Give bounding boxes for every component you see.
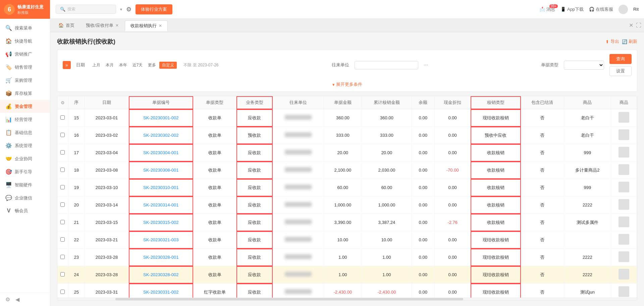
date-custom-btn[interactable]: 自定义 (159, 62, 177, 69)
tab-prepay[interactable]: 预收/应收付单 ✕ (80, 20, 124, 31)
refresh-btn[interactable]: 🔄 刷新 (622, 39, 637, 45)
sidebar-item-sales[interactable]: 🏷️ 销售管理 (0, 61, 50, 74)
topbar-gear-icon[interactable]: ⚙ (126, 6, 131, 13)
expand-arrow-btn[interactable]: » (63, 61, 71, 69)
sidebar-item-marketing[interactable]: 📢 营销推广 (0, 48, 50, 61)
sidebar-label-system: 系统管理 (15, 143, 32, 149)
sidebar-item-purchase[interactable]: 🛒 采购管理 (0, 74, 50, 87)
sidebar-label-operations: 经营管理 (15, 117, 32, 123)
expand-icon[interactable]: » (63, 61, 71, 69)
doc-type-select[interactable] (564, 61, 604, 70)
td-balance: 0.00 (412, 162, 435, 179)
date-btn-this-month[interactable]: 本月 (104, 62, 116, 69)
doc-no-link[interactable]: SK-20230331-002 (143, 290, 179, 295)
doc-no-link[interactable]: SK-20230302-002 (143, 133, 179, 138)
td-checkbox[interactable] (57, 266, 68, 284)
table-settings-icon[interactable]: ⚙ (61, 100, 65, 105)
tab-receipt-close[interactable]: ✕ (159, 23, 162, 28)
td-checkbox[interactable] (57, 144, 68, 162)
query-btn[interactable]: 查询 (609, 54, 632, 64)
th-doc-type: 单据类型 (193, 96, 236, 109)
topbar: 🔍 搜索 ▾ ⚙ 体验行业方案 📩 消息 99+ 📱 App下载 🎧 在线客服 … (50, 0, 644, 19)
td-cash-discount: 0.00 (434, 196, 471, 214)
messages-btn[interactable]: 📩 消息 99+ (540, 6, 555, 12)
td-date: 2023-03-28 (85, 266, 128, 284)
sidebar-item-basics[interactable]: 📋 基础信息 (0, 126, 50, 139)
sidebar-item-wechat[interactable]: 💬 企业微信 (0, 191, 50, 204)
doc-no-link[interactable]: SK-20230304-001 (143, 150, 179, 155)
sidebar-item-operations[interactable]: 📊 经营管理 (0, 113, 50, 126)
doc-no-link[interactable]: SK-20230328-002 (143, 272, 179, 277)
expand-chevron-icon: ▾ (332, 82, 335, 87)
td-cash-discount: 0.00 (434, 266, 471, 284)
doc-no-link[interactable]: SK-20230308-001 (143, 168, 179, 173)
sidebar-item-member[interactable]: V 畅会员 (0, 204, 50, 217)
counterparty-input[interactable] (355, 61, 418, 69)
td-checkbox[interactable] (57, 249, 68, 266)
doc-no-link[interactable]: SK-20230301-002 (143, 115, 179, 120)
sidebar-item-hardware[interactable]: 🖥️ 智能硬件 (0, 178, 50, 191)
table-row: 17 2023-03-04 SK-20230304-001 收款单 应收款 20… (57, 144, 637, 162)
td-doc-no: SK-20230308-001 (129, 162, 193, 179)
date-btn-last-month[interactable]: 上月 (90, 62, 102, 69)
td-verified-amount: 333.00 (362, 127, 412, 144)
settings-bottom-icon[interactable]: ⚙ (5, 296, 10, 303)
td-counterparty (273, 109, 324, 127)
td-balance: 0.00 (412, 214, 435, 231)
sidebar-item-inventory[interactable]: 📦 库存核算 (0, 87, 50, 100)
td-checkbox[interactable] (57, 127, 68, 144)
doc-no-link[interactable]: SK-20230310-001 (143, 185, 179, 190)
td-verify-type: 收款核销 (471, 214, 521, 231)
td-biz-type: 应收款 (236, 266, 273, 284)
sidebar-label-inventory: 库存核算 (15, 90, 32, 97)
tab-close-all-btn[interactable]: ✕ (629, 22, 633, 28)
th-settings[interactable]: ⚙ (57, 96, 68, 109)
gear-icon: ⚙️ (5, 142, 12, 149)
sidebar-item-quick-nav[interactable]: 🏠 快捷导航 (0, 35, 50, 48)
filter-dots[interactable]: ··· (424, 62, 428, 68)
td-include-settled: 否 (521, 231, 564, 249)
doc-no-link[interactable]: SK-20230321-003 (143, 237, 179, 242)
topbar-dropdown-arrow[interactable]: ▾ (120, 7, 122, 12)
td-balance: 0.00 (412, 109, 435, 127)
date-btn-more[interactable]: 更多 (146, 62, 158, 69)
sidebar-label-search: 搜索菜单 (15, 25, 32, 31)
sidebar-item-system[interactable]: ⚙️ 系统管理 (0, 139, 50, 152)
finance-icon: 💰 (5, 103, 12, 110)
expand-more-btn[interactable]: ▾ 展开更多条件 (63, 81, 632, 87)
doc-no-link[interactable]: SK-20230328-001 (143, 255, 179, 260)
doc-no-link[interactable]: SK-20230315-002 (143, 220, 179, 225)
td-checkbox[interactable] (57, 196, 68, 214)
industry-btn[interactable]: 体验行业方案 (136, 4, 172, 14)
td-seq: 23 (68, 249, 85, 266)
export-btn[interactable]: ⬆ 导出 (605, 39, 619, 45)
td-checkbox[interactable] (57, 162, 68, 179)
td-doc-type: 收款单 (193, 249, 236, 266)
tab-maximize-btn[interactable]: ⛶ (636, 22, 641, 28)
doc-no-link[interactable]: SK-20230314-001 (143, 202, 179, 207)
online-service-btn[interactable]: 🎧 在线客服 (589, 6, 613, 12)
sidebar-item-search[interactable]: 🔍 搜索菜单 (0, 21, 50, 35)
sidebar-label-basics: 基础信息 (15, 130, 32, 136)
td-checkbox[interactable] (57, 231, 68, 249)
topbar-search-text: 搜索 (67, 6, 75, 12)
app-download-btn[interactable]: 📱 App下载 (560, 6, 584, 12)
td-checkbox[interactable] (57, 109, 68, 127)
collapse-icon[interactable]: ◀ (15, 296, 19, 303)
tab-receipt[interactable]: 收款核销执行 ✕ (125, 20, 168, 31)
horizontal-scrollbar[interactable] (57, 298, 637, 300)
filter-settings-btn[interactable]: 设置 (609, 66, 632, 76)
date-btn-this-year[interactable]: 本年 (117, 62, 129, 69)
sidebar-item-guide[interactable]: 🎯 新手引导 (0, 165, 50, 178)
user-name[interactable]: Rit (633, 7, 639, 12)
td-checkbox[interactable] (57, 214, 68, 231)
sidebar-item-finance[interactable]: 💰 资金管理 (0, 100, 50, 113)
tab-home[interactable]: 🏠 首页 (53, 20, 80, 31)
sidebar-label-wechat: 企业微信 (15, 195, 32, 201)
date-btn-7days[interactable]: 近7天 (130, 62, 145, 69)
sidebar-item-enterprise[interactable]: 🤝 企业协同 (0, 152, 50, 165)
td-verified-amount: 3,387.24 (362, 214, 412, 231)
tab-prepay-close[interactable]: ✕ (115, 23, 119, 28)
table-row: 15 2023-03-01 SK-20230301-002 收款单 应收款 36… (57, 109, 637, 127)
td-checkbox[interactable] (57, 179, 68, 196)
